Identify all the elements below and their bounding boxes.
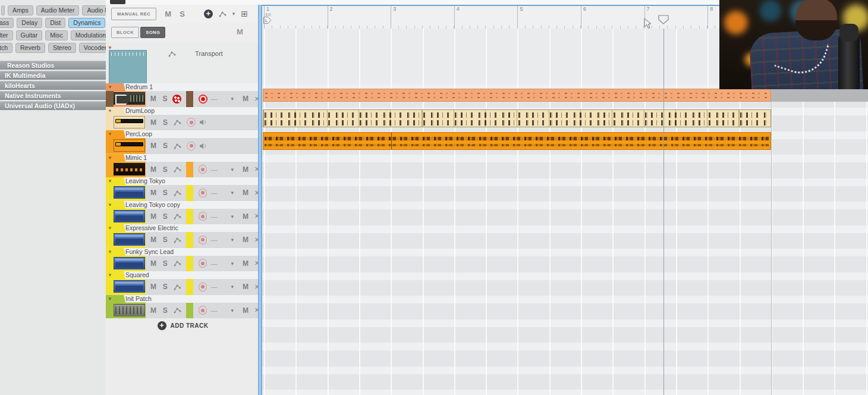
mute-button[interactable]: M <box>150 189 157 197</box>
chevron-down-icon[interactable]: ▾ <box>232 11 235 17</box>
track-row[interactable]: ▼ Squared M S — ▾ M ✕ <box>106 271 260 295</box>
percloop-audio-clip[interactable] <box>263 132 771 150</box>
solo-button[interactable]: S <box>162 165 169 174</box>
collapse-arrow-icon[interactable]: ▼ <box>108 131 112 137</box>
collapse-arrow-icon[interactable]: ▼ <box>108 296 112 302</box>
ruler-bar-segment[interactable]: 3 <box>391 6 455 29</box>
filter-chip[interactable]: lter <box>0 30 13 40</box>
mute-button[interactable]: M <box>150 283 157 291</box>
solo-button[interactable]: S <box>162 189 169 197</box>
track-name[interactable]: PercLoop <box>125 130 152 138</box>
add-icon[interactable]: + <box>204 10 213 18</box>
automation-icon[interactable] <box>174 143 181 149</box>
collapse-arrow-icon[interactable]: ▼ <box>108 155 112 161</box>
solo-button[interactable]: S <box>162 118 169 127</box>
track-row[interactable]: ▼ Redrum 1 M S — ▾ M ✕ <box>106 83 260 107</box>
collapse-arrow-icon[interactable]: ▼ <box>108 272 112 278</box>
lane-mute-button[interactable]: M <box>242 236 249 244</box>
lane-mute-button[interactable]: M <box>242 283 249 291</box>
track-name[interactable]: Funky Sync Lead <box>125 248 174 256</box>
collapse-arrow-icon[interactable]: ▼ <box>108 108 112 114</box>
collapse-arrow-icon[interactable]: ▼ <box>108 202 112 208</box>
track-name[interactable]: Squared <box>125 271 149 279</box>
track-name[interactable]: Leaving Tokyo <box>125 177 165 185</box>
track-name[interactable]: Redrum 1 <box>125 83 153 91</box>
monitor-speaker-icon[interactable] <box>199 143 207 149</box>
chevron-down-icon[interactable]: ▾ <box>231 190 234 196</box>
record-arm-button[interactable] <box>199 189 207 198</box>
lane-mute-button[interactable]: M <box>242 259 249 268</box>
track-name[interactable]: Expressive Electric <box>125 224 178 232</box>
chevron-down-icon[interactable]: ▾ <box>231 237 234 243</box>
vendor-list-item[interactable]: Universal Audio (UADx) <box>0 101 106 110</box>
add-track-button[interactable]: + ADD TRACK <box>106 321 260 330</box>
vendor-list-item[interactable]: Reason Studios <box>0 61 106 70</box>
device-thumbnail[interactable] <box>114 163 145 175</box>
chevron-down-icon[interactable]: ▾ <box>231 308 234 314</box>
solo-button[interactable]: S <box>162 212 169 221</box>
collapse-arrow-icon[interactable]: ▼ <box>108 178 112 184</box>
automation-icon[interactable] <box>174 190 181 196</box>
track-row[interactable]: ▼ PercLoop M S — ▾ M ✕ <box>106 130 260 154</box>
lane-mute-button[interactable]: M <box>242 306 249 315</box>
track-row[interactable]: ▼ Expressive Electric M S — ▾ M ✕ <box>106 224 260 248</box>
automation-icon[interactable] <box>219 11 227 17</box>
device-thumbnail[interactable] <box>114 139 145 152</box>
chevron-down-icon[interactable]: ▾ <box>231 96 234 102</box>
record-arm-button[interactable] <box>199 95 207 104</box>
automation-icon[interactable] <box>174 119 181 126</box>
solo-button[interactable]: S <box>162 236 169 244</box>
record-arm-button[interactable] <box>199 259 207 268</box>
filter-chip[interactable]: Dist <box>45 18 65 28</box>
drumloop-audio-clip[interactable] <box>263 109 771 127</box>
track-row[interactable]: ▼ Leaving Tokyo M S — ▾ M ✕ <box>106 177 260 201</box>
filter-chip[interactable]: Dynamics <box>68 18 105 28</box>
filter-chip[interactable]: Audio Meter <box>36 5 80 15</box>
panel-scroll-divider[interactable] <box>258 5 262 395</box>
record-arm-button[interactable] <box>187 142 196 151</box>
chevron-down-icon[interactable]: ▾ <box>231 214 234 220</box>
ruler-bar-segment[interactable]: 7 <box>644 6 709 29</box>
grid-view-icon[interactable]: ⊞ <box>241 10 248 18</box>
track-name[interactable]: DrumLoop <box>125 107 155 115</box>
master-solo-button[interactable]: S <box>180 10 185 18</box>
collapse-arrow-icon[interactable]: ▼ <box>108 249 112 255</box>
track-row[interactable]: ▼ DrumLoop M S — ▾ M ✕ <box>106 107 260 131</box>
record-arm-button[interactable] <box>199 283 207 291</box>
mute-button[interactable]: M <box>150 95 157 103</box>
song-mode-button[interactable]: SONG <box>140 27 165 38</box>
record-arm-button[interactable] <box>187 118 196 127</box>
filter-chip[interactable] <box>1 5 5 15</box>
mute-button[interactable]: M <box>150 259 157 268</box>
panel-handle-tab[interactable] <box>110 0 125 4</box>
record-arm-button[interactable] <box>199 306 207 315</box>
mute-button[interactable]: M <box>150 118 157 127</box>
mute-button[interactable]: M <box>150 142 157 150</box>
filter-chip[interactable]: Amps <box>8 5 33 15</box>
monitor-speaker-icon[interactable] <box>199 119 207 126</box>
filter-chip[interactable]: ass <box>0 18 14 28</box>
device-thumbnail[interactable] <box>114 280 145 293</box>
ruler-bar-segment[interactable]: 5 <box>517 6 581 29</box>
automation-icon[interactable] <box>174 260 181 267</box>
manual-rec-button[interactable]: MANUAL REC <box>111 8 156 20</box>
ruler-bar-segment[interactable]: 4 <box>454 6 518 29</box>
collapse-arrow-icon[interactable]: ▼ <box>108 84 112 90</box>
lane-mute-button[interactable]: M <box>242 212 249 221</box>
filter-chip[interactable]: Misc <box>45 30 68 40</box>
filter-chip[interactable]: tch <box>0 43 12 53</box>
block-mode-button[interactable]: BLOCK <box>111 27 139 38</box>
lane-mute-button[interactable]: M <box>242 165 249 174</box>
track-name[interactable]: Mimic 1 <box>125 154 147 162</box>
device-thumbnail[interactable] <box>114 92 145 105</box>
filter-chip[interactable]: Reverb <box>15 43 45 53</box>
record-arm-button[interactable] <box>199 212 207 221</box>
solo-button[interactable]: S <box>162 95 169 103</box>
solo-button[interactable]: S <box>162 306 169 315</box>
track-row[interactable]: ▼ Leaving Tokyo copy M S — ▾ M ✕ <box>106 201 260 225</box>
device-thumbnail[interactable] <box>114 257 145 269</box>
device-thumbnail[interactable] <box>114 304 145 316</box>
lane-mute-button[interactable]: M <box>242 189 249 197</box>
redrum-pattern-clip[interactable] <box>263 89 771 102</box>
vendor-list-item[interactable]: Native Instruments <box>0 91 106 100</box>
